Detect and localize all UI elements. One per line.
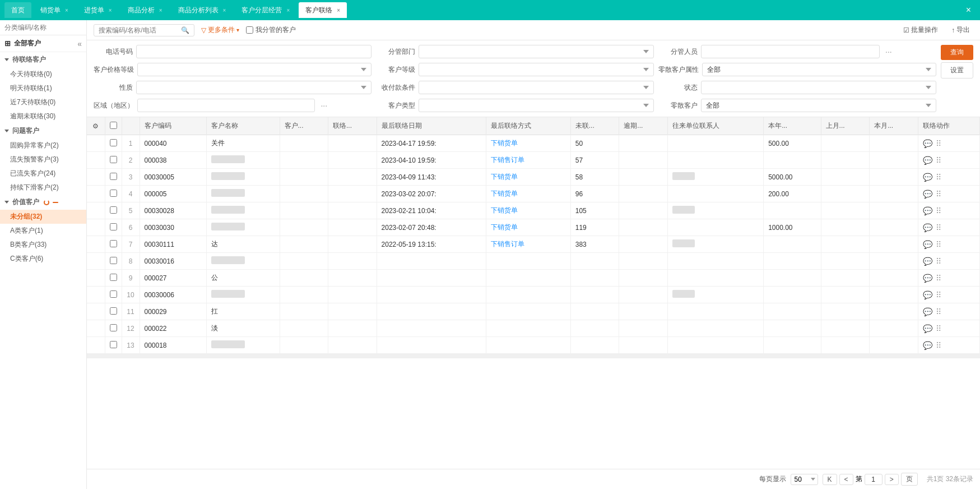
message-icon[interactable]: 💬 xyxy=(923,341,932,350)
sidebar-item-lost[interactable]: 已流失客户(24) xyxy=(0,167,86,181)
tab-customer-segment[interactable]: 客户分层经营 × xyxy=(235,2,296,18)
more-action-icon[interactable]: ⠿ xyxy=(936,206,941,215)
tab-product-analysis[interactable]: 商品分析 × xyxy=(121,2,169,18)
export-button[interactable]: ↑ 导出 xyxy=(948,24,973,36)
sidebar-item-group-b[interactable]: B类客户(33) xyxy=(0,238,86,252)
sidebar-item-near7[interactable]: 近7天待联络(0) xyxy=(0,95,86,109)
tab-home[interactable]: 首页 xyxy=(4,2,31,18)
filter-phone-input[interactable] xyxy=(136,45,371,58)
close-purchase-tab[interactable]: × xyxy=(109,7,112,13)
last-date-col-header[interactable]: 最后联络日期 xyxy=(377,117,486,135)
sidebar-all-customers[interactable]: ⊞ 全部客户 « xyxy=(0,35,86,52)
sidebar-item-abnormal[interactable]: 固购异常客户(2) xyxy=(0,139,86,153)
close-customer-segment-tab[interactable]: × xyxy=(286,7,290,13)
prev-page-btn[interactable]: < xyxy=(839,474,853,485)
last-method-link[interactable]: 下销货单 xyxy=(491,223,518,231)
filter-dept-select[interactable] xyxy=(419,45,654,58)
filter-retail-select[interactable]: 全部 xyxy=(701,99,936,112)
row-checkbox[interactable] xyxy=(110,257,117,264)
last-page-btn[interactable]: 页 xyxy=(901,473,918,486)
sidebar-item-group-c[interactable]: C类客户(6) xyxy=(0,252,86,266)
select-all-checkbox[interactable] xyxy=(110,122,117,129)
more-action-icon[interactable]: ⠿ xyxy=(936,223,941,232)
sidebar-item-unclassified[interactable]: 未分组(32) xyxy=(0,210,86,224)
filter-price-grade-select[interactable] xyxy=(137,63,371,76)
last-method-link[interactable]: 下销货单 xyxy=(491,173,518,181)
message-icon[interactable]: 💬 xyxy=(923,274,932,283)
sidebar-item-tomorrow[interactable]: 明天待联络(1) xyxy=(0,81,86,95)
this-month-col-header[interactable]: 本月... xyxy=(870,117,918,135)
code-col-header[interactable]: 客户编码 xyxy=(140,117,206,135)
more-action-icon[interactable]: ⠿ xyxy=(936,324,941,333)
filter-retail-attr-select[interactable]: 全部 xyxy=(702,63,936,76)
more-action-icon[interactable]: ⠿ xyxy=(936,341,941,350)
sidebar-item-churn-risk[interactable]: 流失预警客户(3) xyxy=(0,153,86,167)
close-all-tabs[interactable]: × xyxy=(962,5,976,15)
last-method-link[interactable]: 下销售订单 xyxy=(491,240,524,248)
last-method-link[interactable]: 下销货单 xyxy=(491,190,518,197)
page-size-select[interactable]: 50 100 200 xyxy=(791,474,818,485)
more-action-icon[interactable]: ⠿ xyxy=(936,156,941,165)
this-year-col-header[interactable]: 本年... xyxy=(764,117,821,135)
sidebar-item-group-a[interactable]: A类客户(1) xyxy=(0,224,86,238)
sidebar-item-overdue[interactable]: 逾期未联络(30) xyxy=(0,109,86,123)
my-customers-toggle[interactable]: 我分管的客户 xyxy=(246,25,296,35)
message-icon[interactable]: 💬 xyxy=(923,324,932,333)
collapse-sidebar-icon[interactable]: « xyxy=(77,39,82,48)
contact-col-header[interactable]: 联络... xyxy=(328,117,377,135)
sidebar-group-value[interactable]: 价值客户 xyxy=(0,195,86,210)
row-checkbox[interactable] xyxy=(110,290,117,298)
tab-product-analysis-list[interactable]: 商品分析列表 × xyxy=(171,2,233,18)
row-checkbox[interactable] xyxy=(110,324,117,331)
close-product-analysis-tab[interactable]: × xyxy=(159,7,162,13)
tab-sales[interactable]: 销货单 × xyxy=(34,2,75,18)
tab-purchase[interactable]: 进货单 × xyxy=(77,2,119,18)
more-action-icon[interactable]: ⠿ xyxy=(936,290,941,299)
more-action-icon[interactable]: ⠿ xyxy=(936,240,941,249)
filter-customer-type-select[interactable] xyxy=(419,99,654,112)
message-icon[interactable]: 💬 xyxy=(923,173,932,182)
horizontal-scrollbar[interactable] xyxy=(87,354,980,358)
more-conditions-toggle[interactable]: ▽ 更多条件 ▾ xyxy=(201,25,239,35)
more-action-icon[interactable]: ⠿ xyxy=(936,257,941,266)
settings-col-header[interactable]: ⚙ xyxy=(87,117,105,135)
manager-dots-btn[interactable]: ··· xyxy=(883,47,894,56)
close-product-analysis-list-tab[interactable]: × xyxy=(223,7,226,13)
sidebar-group-problem[interactable]: 问题客户 xyxy=(0,123,86,139)
message-icon[interactable]: 💬 xyxy=(923,307,932,316)
row-checkbox[interactable] xyxy=(110,223,117,230)
reset-button[interactable]: 设置 xyxy=(941,62,973,79)
more-action-icon[interactable]: ⠿ xyxy=(936,274,941,283)
region-dots-btn[interactable]: ··· xyxy=(318,101,329,110)
next-page-btn[interactable]: > xyxy=(885,474,899,485)
filter-payment-select[interactable] xyxy=(419,81,654,94)
row-checkbox[interactable] xyxy=(110,156,117,163)
message-icon[interactable]: 💬 xyxy=(923,206,932,215)
last-method-link[interactable]: 下销售订单 xyxy=(491,156,524,164)
refresh-icon[interactable] xyxy=(44,200,49,205)
filter-status-select[interactable] xyxy=(701,81,936,94)
sidebar-group-pending[interactable]: 待联络客户 xyxy=(0,52,86,67)
message-icon[interactable]: 💬 xyxy=(923,156,932,165)
current-page-input[interactable] xyxy=(865,474,883,485)
message-icon[interactable]: 💬 xyxy=(923,257,932,266)
more-action-icon[interactable]: ⠿ xyxy=(936,139,941,148)
row-checkbox[interactable] xyxy=(110,190,117,197)
row-checkbox[interactable] xyxy=(110,274,117,281)
table-settings-icon[interactable]: ⚙ xyxy=(92,122,99,130)
sidebar-item-decreasing[interactable]: 持续下滑客户(2) xyxy=(0,181,86,195)
tab-customer-contact[interactable]: 客户联络 × xyxy=(299,2,347,18)
sidebar-item-today[interactable]: 今天待联络(0) xyxy=(0,67,86,81)
row-checkbox[interactable] xyxy=(110,307,117,315)
row-checkbox[interactable] xyxy=(110,139,117,146)
more-action-icon[interactable]: ⠿ xyxy=(936,307,941,316)
message-icon[interactable]: 💬 xyxy=(923,190,932,199)
filter-nature-select[interactable] xyxy=(136,81,371,94)
type-col-header[interactable]: 客户... xyxy=(280,117,328,135)
main-search-icon[interactable]: 🔍 xyxy=(181,26,189,34)
first-page-btn[interactable]: K xyxy=(823,474,837,485)
more-action-icon[interactable]: ⠿ xyxy=(936,173,941,182)
close-sales-tab[interactable]: × xyxy=(65,7,68,13)
main-search-input[interactable] xyxy=(99,26,179,34)
name-col-header[interactable]: 客户名称 xyxy=(206,117,280,135)
